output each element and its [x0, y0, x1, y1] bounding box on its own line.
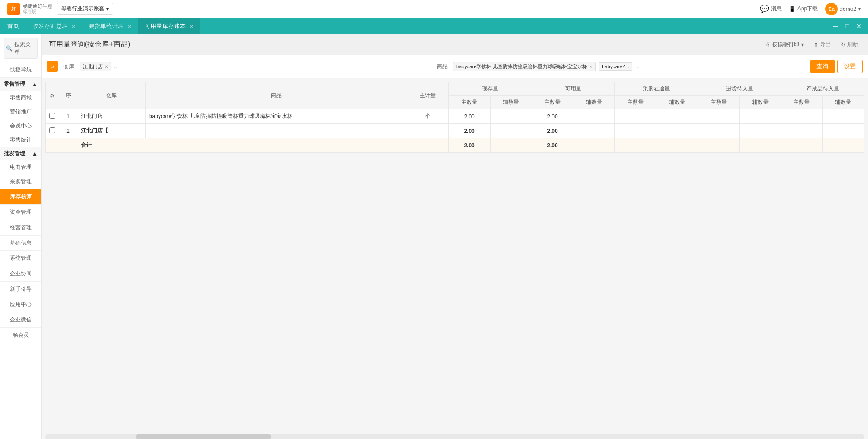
summary-select [46, 138, 59, 153]
phone-icon: 📱 [789, 6, 796, 12]
settings-col-header[interactable]: ⚙ [46, 82, 59, 109]
cell-warehouse: 江北门店 [77, 109, 146, 124]
col-existing-main: 主数量 [448, 96, 490, 109]
sidebar-item-newbie-guide[interactable]: 新手引导 [0, 282, 41, 297]
message-btn[interactable]: 💬 消息 [760, 5, 782, 13]
main-layout: 🔍 搜索菜单 快捷导航 零售管理 ▲ 零售商城 营销推广 会员中心 零售统计 批… [0, 34, 868, 439]
search-menu-btn[interactable]: 🔍 搜索菜单 [4, 38, 38, 59]
cell-unit [407, 124, 448, 138]
page-title: 可用量查询(按仓库+商品) [49, 40, 130, 49]
tab-close-icon[interactable]: ✕ [127, 24, 132, 29]
export-btn[interactable]: ⬆ 导出 [811, 39, 834, 50]
cell-existing-sub [490, 124, 532, 138]
product-tag1-close[interactable]: ✕ [589, 64, 593, 69]
warehouse-label: 仓库 [63, 63, 74, 71]
col-inbound-sub: 辅数量 [740, 96, 781, 109]
product-tag-1[interactable]: babycare学饮杯 儿童防摔防撞吸管杯重力球吸嘴杯宝宝水杯 ✕ [453, 62, 596, 71]
tab-close-icon[interactable]: ✕ [189, 24, 193, 29]
export-icon: ⬆ [814, 42, 818, 48]
col-purchase-sub: 辅数量 [656, 96, 698, 109]
filter-row: » 仓库 江北门店 ✕ ... 商品 babycare学饮杯 儿童防摔防撞吸管杯… [42, 55, 868, 78]
sidebar-item-ecommerce[interactable]: 电商管理 [0, 160, 41, 174]
gear-icon[interactable]: ⚙ [50, 93, 55, 99]
minimize-btn[interactable]: ─ [830, 21, 841, 32]
maximize-btn[interactable]: □ [842, 21, 853, 32]
horizontal-scrollbar[interactable] [42, 434, 868, 439]
sidebar-item-purchase[interactable]: 采购管理 [0, 174, 41, 189]
summary-index [59, 138, 77, 153]
sidebar-item-quick-nav[interactable]: 快捷导航 [0, 62, 41, 78]
filter-buttons: 查询 设置 [810, 60, 863, 73]
sidebar-item-system[interactable]: 系统管理 [0, 251, 41, 266]
refresh-icon: ↻ [841, 42, 845, 48]
tab-available-inventory[interactable]: 可用量库存账本 ✕ [138, 18, 200, 34]
cell-unit: 个 [407, 109, 448, 124]
inventory-table: ⚙ 序 仓库 商品 主计量 现存量 可用量 采购在途量 进货待入量 产成品待入量… [45, 82, 864, 153]
warehouse-filter: 江北门店 ✕ ... [80, 62, 431, 71]
col-available-main: 主数量 [532, 96, 573, 109]
row-checkbox[interactable] [49, 113, 55, 119]
setting-button[interactable]: 设置 [837, 60, 863, 73]
product-ellipsis[interactable]: ... [635, 63, 640, 70]
cell-existing-main: 2.00 [448, 109, 490, 124]
sidebar-item-retail-mall[interactable]: 零售商城 [0, 91, 41, 105]
cell-product [145, 124, 407, 138]
sidebar-item-inventory[interactable]: 库存核算 [0, 189, 41, 205]
account-dropdown[interactable]: 母婴行业演示账套 ▾ [57, 3, 113, 15]
warehouse-tag-close[interactable]: ✕ [104, 64, 108, 69]
cell-inbound-main [698, 124, 740, 138]
cell-produce-sub [822, 124, 864, 138]
warehouse-ellipsis[interactable]: ... [114, 63, 118, 70]
sidebar-item-app-center[interactable]: 应用中心 [0, 297, 41, 312]
sidebar-item-marketing[interactable]: 营销推广 [0, 105, 41, 119]
scrollbar-thumb[interactable] [136, 434, 271, 439]
summary-produce-sub [822, 138, 864, 153]
sidebar-item-vip[interactable]: 畅会员 [0, 328, 41, 343]
col-purchase-main: 主数量 [615, 96, 656, 109]
row-select[interactable] [46, 124, 59, 138]
row-select[interactable] [46, 109, 59, 124]
content-area: 可用量查询(按仓库+商品) 🖨 按模板打印 ▾ ⬆ 导出 ↻ 刷新 [42, 34, 868, 439]
summary-inbound-sub [740, 138, 781, 153]
cell-available-sub [573, 109, 615, 124]
tab-receive-summary[interactable]: 收发存汇总表 ✕ [26, 18, 82, 34]
row-checkbox[interactable] [49, 127, 55, 133]
col-produce-main: 主数量 [781, 96, 823, 109]
refresh-btn[interactable]: ↻ 刷新 [838, 39, 861, 50]
warehouse-tag[interactable]: 江北门店 ✕ [80, 62, 111, 71]
scrollbar-track[interactable] [45, 434, 864, 439]
query-button[interactable]: 查询 [810, 60, 835, 73]
search-icon: 🔍 [6, 45, 13, 52]
sidebar-item-enterprise-collab[interactable]: 企业协同 [0, 266, 41, 282]
table-container: ⚙ 序 仓库 商品 主计量 现存量 可用量 采购在途量 进货待入量 产成品待入量… [42, 78, 868, 434]
col-unit: 主计量 [407, 82, 448, 109]
col-inbound-main: 主数量 [698, 96, 740, 109]
sidebar-item-member-center[interactable]: 会员中心 [0, 119, 41, 133]
sidebar-item-enterprise-wechat[interactable]: 企业微信 [0, 312, 41, 328]
printer-icon: 🖨 [765, 42, 770, 48]
tab-order-stats[interactable]: 要货单统计表 ✕ [82, 18, 138, 34]
col-purchase-group: 采购在途量 [615, 82, 698, 96]
sidebar-item-retail-stats[interactable]: 零售统计 [0, 133, 41, 147]
product-tag-2[interactable]: babycare?... [599, 62, 632, 71]
print-btn[interactable]: 🖨 按模板打印 ▾ [762, 39, 807, 50]
summary-purchase-main [615, 138, 656, 153]
sidebar-section-retail[interactable]: 零售管理 ▲ [0, 78, 41, 91]
close-btn[interactable]: ✕ [854, 21, 864, 32]
tab-close-icon[interactable]: ✕ [71, 24, 75, 29]
cell-inbound-sub [740, 109, 781, 124]
app-download-btn[interactable]: 📱 App下载 [789, 5, 818, 13]
filter-expand-btn[interactable]: » [47, 61, 58, 72]
tab-home[interactable]: 首页 [0, 18, 26, 34]
chevron-icon: ▲ [32, 151, 38, 157]
sidebar-item-operations[interactable]: 经营管理 [0, 220, 41, 236]
summary-existing-sub [490, 138, 532, 153]
col-available-group: 可用量 [532, 82, 615, 96]
user-menu[interactable]: Ea demo2 ▾ [825, 3, 861, 15]
sidebar-item-basic-info[interactable]: 基础信息 [0, 236, 41, 251]
summary-purchase-sub [656, 138, 698, 153]
cell-purchase-sub [656, 124, 698, 138]
sidebar-section-wholesale[interactable]: 批发管理 ▲ [0, 147, 41, 160]
sidebar-item-finance[interactable]: 资金管理 [0, 205, 41, 220]
cell-inbound-sub [740, 124, 781, 138]
